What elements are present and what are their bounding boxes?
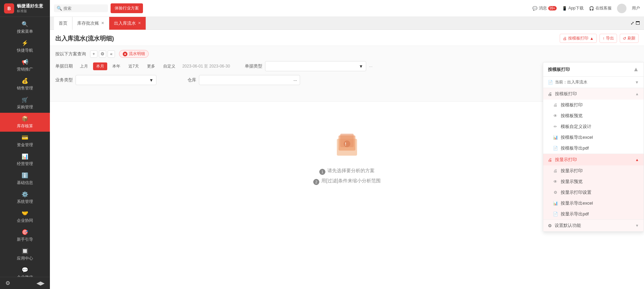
tab-inventory-flow-close[interactable]: ✕ bbox=[138, 21, 141, 25]
date-more[interactable]: 更多 bbox=[144, 62, 158, 70]
sidebar-item-sales[interactable]: 💰 销售管理 bbox=[0, 75, 50, 94]
dropdown-display-section: 🖨 按显示打印 ▲ 🖨 按显示打印 👁 按显示预览 ⚙ 按显示打印设置 bbox=[543, 154, 644, 220]
settings-icon[interactable]: ⚙ bbox=[5, 280, 10, 286]
tab-expand-button[interactable]: ⤢ 🗖 bbox=[626, 21, 644, 26]
business-type-select[interactable]: ▼ bbox=[76, 75, 156, 85]
hint1-number: 1 bbox=[319, 169, 325, 175]
message-button[interactable]: 💬 消息 99+ bbox=[532, 5, 557, 11]
doc-type-more-icon[interactable]: ··· bbox=[369, 64, 373, 69]
dropdown-chevron-up[interactable]: ▲ bbox=[633, 66, 639, 73]
dropdown-item-display-print-settings[interactable]: ⚙ 按显示打印设置 bbox=[543, 187, 644, 198]
app-center-icon: 🔲 bbox=[22, 248, 28, 254]
date-this-month[interactable]: 本月 bbox=[93, 62, 107, 70]
date-last-7days[interactable]: 近7天 bbox=[125, 62, 142, 70]
message-badge: 99+ bbox=[548, 6, 557, 10]
dropdown-header: 按模板打印 ▲ bbox=[543, 62, 644, 77]
doc-type-select[interactable]: ▼ bbox=[265, 61, 366, 71]
dropdown-item-template-pdf[interactable]: 📄 按模板导出pdf bbox=[543, 143, 644, 154]
page-header: 出入库流水(流水明细) 🖨 按模板打印 ▲ ↑ 导出 ↺ 刷新 bbox=[50, 30, 644, 46]
template-custom-label: 模板自定义设计 bbox=[561, 124, 591, 130]
empty-hint-2: 2 用[过滤]条件来缩小分析范围 bbox=[313, 178, 381, 186]
collapse-sidebar-icon[interactable]: ◀▶ bbox=[36, 280, 45, 286]
filter-actions: + ⚙ « bbox=[90, 50, 115, 58]
main-wrapper: 🔍 体验行业方案 💬 消息 99+ 📱 App下载 🎧 在线客服 用户 bbox=[50, 0, 644, 289]
export-button[interactable]: ↑ 导出 bbox=[599, 34, 617, 43]
message-icon: 💬 bbox=[532, 6, 537, 11]
display-print-settings-icon: ⚙ bbox=[553, 190, 558, 195]
dropdown-item-display-excel[interactable]: 📊 按显示导出excel bbox=[543, 198, 644, 209]
dropdown-item-display-pdf[interactable]: 📄 按显示导出pdf bbox=[543, 209, 644, 219]
tab-inventory-flow[interactable]: 出入库流水 ✕ bbox=[109, 17, 146, 30]
warehouse-select[interactable]: ··· bbox=[199, 75, 300, 85]
add-filter-button[interactable]: + bbox=[90, 50, 97, 58]
topbar: 🔍 体验行业方案 💬 消息 99+ 📱 App下载 🎧 在线客服 用户 bbox=[50, 0, 644, 17]
filter-settings-button[interactable]: ⚙ bbox=[99, 50, 106, 58]
sidebar-item-label: 应用中心 bbox=[17, 256, 33, 261]
display-pdf-icon: 📄 bbox=[553, 211, 558, 217]
user-avatar[interactable] bbox=[617, 4, 626, 13]
business-type-chevron: ▼ bbox=[149, 78, 153, 83]
tabbar: 首页 库存批次账 ✕ 出入库流水 ✕ ⤢ 🗖 bbox=[50, 17, 644, 30]
warehouse-more-icon: ··· bbox=[293, 78, 297, 83]
date-filter-group: 上月 本月 本年 近7天 更多 自定义 bbox=[77, 62, 178, 70]
filter-tag-icon: ● bbox=[123, 52, 127, 56]
dropdown-item-template-custom[interactable]: ✏ 模板自定义设计 bbox=[543, 121, 644, 132]
template-section-icon: 🖨 bbox=[548, 91, 552, 97]
date-custom[interactable]: 自定义 bbox=[160, 62, 178, 70]
sidebar-item-wechat[interactable]: 💬 企业微信 bbox=[0, 264, 50, 277]
collapse-filter-button[interactable]: « bbox=[108, 50, 115, 58]
dropdown-item-display-preview[interactable]: 👁 按显示预览 bbox=[543, 176, 644, 187]
sidebar-item-operation[interactable]: 📊 经营管理 bbox=[0, 151, 50, 169]
date-this-year[interactable]: 本年 bbox=[109, 62, 123, 70]
refresh-button[interactable]: ↺ 刷新 bbox=[620, 34, 639, 43]
tab-batch-account[interactable]: 库存批次账 ✕ bbox=[72, 17, 109, 30]
export-icon: ↑ bbox=[603, 36, 605, 41]
print-template-label: 按模板打印 bbox=[568, 35, 588, 41]
phone-icon: 📱 bbox=[562, 6, 567, 11]
template-preview-icon: 👁 bbox=[553, 113, 558, 119]
template-section-label: 按模板打印 bbox=[555, 91, 577, 97]
filter-tag-flow[interactable]: ● 流水明细 bbox=[119, 50, 149, 58]
template-section-header[interactable]: 🖨 按模板打印 ▲ bbox=[543, 88, 644, 100]
display-section-header[interactable]: 🖨 按显示打印 ▲ bbox=[543, 154, 644, 165]
sidebar-item-marketing[interactable]: 📢 营销推广 bbox=[0, 56, 50, 75]
purchase-icon: 🛒 bbox=[22, 97, 28, 103]
sidebar-item-search[interactable]: 🔍 搜索菜单 bbox=[0, 18, 50, 37]
date-last-month[interactable]: 上月 bbox=[77, 62, 91, 70]
dropdown-item-template-excel[interactable]: 📊 按模板导出excel bbox=[543, 132, 644, 143]
app-download-label: App下载 bbox=[568, 5, 584, 11]
topbar-search-box[interactable]: 🔍 bbox=[54, 4, 108, 12]
filter-scheme-label: 按以下方案查询 bbox=[55, 51, 86, 57]
display-excel-icon: 📊 bbox=[553, 201, 558, 206]
trial-industry-button[interactable]: 体验行业方案 bbox=[111, 3, 143, 13]
sidebar-item-purchase[interactable]: 🛒 采购管理 bbox=[0, 94, 50, 113]
tab-home[interactable]: 首页 bbox=[54, 17, 72, 30]
dropdown-item-display-print[interactable]: 🖨 按显示打印 bbox=[543, 165, 644, 176]
customer-service-button[interactable]: 🎧 在线客服 bbox=[589, 5, 612, 11]
sidebar-item-newbie[interactable]: 🎯 新手引导 bbox=[0, 226, 50, 245]
dropdown-item-template-preview[interactable]: 👁 按模板预览 bbox=[543, 110, 644, 121]
sidebar-bottom: ⚙ ◀▶ bbox=[0, 277, 50, 289]
sidebar-item-inventory[interactable]: 📦 库存核算 bbox=[0, 113, 50, 132]
operation-icon: 📊 bbox=[22, 153, 28, 160]
sidebar-item-basic[interactable]: ℹ️ 基础信息 bbox=[0, 169, 50, 188]
sidebar-item-system[interactable]: ⚙️ 系统管理 bbox=[0, 188, 50, 207]
print-template-button[interactable]: 🖨 按模板打印 ▲ bbox=[560, 34, 597, 43]
sidebar-item-finance[interactable]: 💳 资金管理 bbox=[0, 132, 50, 151]
hint1-text: 请先选择要分析的方案 bbox=[327, 168, 375, 174]
sidebar-item-enterprise[interactable]: 🤝 企业协同 bbox=[0, 207, 50, 226]
sidebar-item-quick-nav[interactable]: ⚡ 快捷导航 bbox=[0, 37, 50, 56]
svg-point-3 bbox=[344, 140, 350, 147]
search-input[interactable] bbox=[63, 6, 105, 11]
dropdown-item-template-print[interactable]: 🖨 按模板打印 bbox=[543, 100, 644, 110]
app-logo: B 畅捷通好生意 标准版 bbox=[0, 0, 50, 17]
sidebar-item-label: 库存核算 bbox=[17, 123, 33, 129]
display-section-icon: 🖨 bbox=[548, 157, 552, 162]
collapse-icon: 🗖 bbox=[636, 21, 640, 26]
default-section-header[interactable]: ⚙ 设置默认功能 ▼ bbox=[543, 220, 644, 231]
app-download-button[interactable]: 📱 App下载 bbox=[562, 5, 584, 11]
tab-batch-account-close[interactable]: ✕ bbox=[101, 21, 104, 25]
display-preview-label: 按显示预览 bbox=[561, 179, 583, 185]
warehouse-label: 仓库 bbox=[187, 77, 196, 83]
sidebar-item-app-center[interactable]: 🔲 应用中心 bbox=[0, 245, 50, 264]
